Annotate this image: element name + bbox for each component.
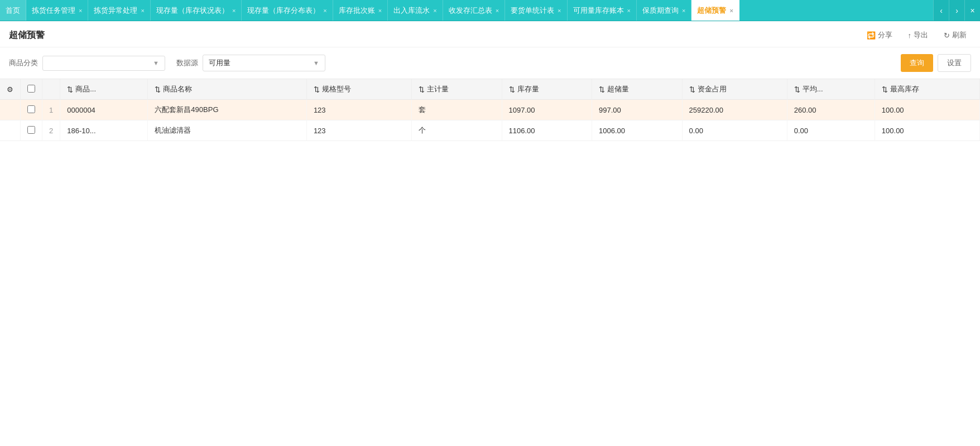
row-number: 1 [42, 100, 60, 120]
select-all-checkbox[interactable] [27, 85, 35, 93]
row-num-col-header [42, 79, 60, 100]
table-body: 1 0000004 六配套新昌490BPG 123 套 1097.00 997.… [0, 100, 980, 141]
nav-close-icon[interactable]: × [433, 7, 436, 14]
row-checkbox[interactable] [27, 126, 35, 134]
product-name-col-header[interactable]: ⇅ 商品名称 [148, 79, 307, 100]
avg-col-header[interactable]: ⇅ 平均... [787, 79, 875, 100]
capital-col-header[interactable]: ⇅ 资金占用 [682, 79, 787, 100]
product-code-cell: 186-10... [60, 120, 148, 141]
setting-button[interactable]: 设置 [938, 54, 971, 72]
page-title: 超储预警 [9, 30, 45, 41]
data-source-filter: 数据源 可用量 ▼ [176, 55, 325, 71]
sort-icon-product-code: ⇅ [67, 85, 73, 94]
product-category-filter: 商品分类 ▼ [9, 56, 165, 71]
export-button[interactable]: ↑ 导出 [904, 28, 933, 42]
nav-item-------[interactable]: 拣货异常处理× [88, 0, 150, 21]
data-table: ⚙ ⇅ 商品... ⇅ [0, 79, 980, 141]
nav-item------[interactable]: 保质期查询× [637, 0, 691, 21]
nav-close-icon[interactable]: × [627, 7, 631, 14]
nav-close-icon[interactable]: × [729, 7, 733, 14]
nav-item--------[interactable]: 可用量库存账本× [568, 0, 637, 21]
filter-actions: 查询 设置 [901, 54, 971, 72]
unit-cell: 个 [412, 120, 502, 141]
share-icon: 🔁 [867, 31, 876, 40]
nav-arrow-left[interactable]: ‹ [933, 0, 949, 21]
sort-icon-max-stock: ⇅ [882, 85, 888, 94]
data-source-label: 数据源 [176, 58, 198, 68]
settings-icon: ⚙ [7, 85, 13, 94]
over-stock-col-header[interactable]: ⇅ 超储量 [592, 79, 683, 100]
max-stock-cell: 100.00 [875, 100, 979, 120]
nav-item-----[interactable]: 超储预警× [691, 0, 739, 21]
row-checkbox[interactable] [27, 105, 35, 113]
table-header: ⚙ ⇅ 商品... ⇅ [0, 79, 980, 100]
nav-item------[interactable]: 库存批次账× [333, 0, 388, 21]
nav-close-icon[interactable]: × [558, 7, 561, 14]
stock-col-header[interactable]: ⇅ 库存量 [502, 79, 592, 100]
table-container: ⚙ ⇅ 商品... ⇅ [0, 79, 980, 141]
nav-item-----------[interactable]: 现存量（库存状况表）× [151, 0, 242, 21]
nav-item-------[interactable]: 要货单统计表× [505, 0, 567, 21]
stock-cell: 1097.00 [502, 100, 592, 120]
spec-col-header[interactable]: ⇅ 规格型号 [306, 79, 411, 100]
nav-arrow-right[interactable]: › [949, 0, 964, 21]
chevron-down-icon: ▼ [153, 60, 159, 66]
data-source-select[interactable]: 可用量 ▼ [203, 55, 325, 71]
avg-cell: 0.00 [787, 120, 875, 141]
data-source-value: 可用量 [209, 58, 230, 68]
chevron-down-icon2: ▼ [313, 60, 319, 66]
product-code-cell: 0000004 [60, 100, 148, 120]
nav-close-icon[interactable]: × [79, 7, 82, 14]
unit-col-header[interactable]: ⇅ 主计量 [412, 79, 502, 100]
over-stock-cell: 1006.00 [592, 120, 683, 141]
spec-cell: 123 [306, 100, 411, 120]
nav-close-icon[interactable]: × [141, 7, 144, 14]
refresh-icon: ↻ [944, 31, 950, 40]
nav-item---[interactable]: 首页 [0, 0, 26, 21]
product-code-col-header[interactable]: ⇅ 商品... [60, 79, 148, 100]
export-icon: ↑ [908, 31, 912, 40]
sort-icon-stock: ⇅ [509, 85, 515, 94]
settings-col-header[interactable]: ⚙ [0, 79, 21, 100]
share-button[interactable]: 🔁 分享 [862, 28, 897, 42]
table-row: 1 0000004 六配套新昌490BPG 123 套 1097.00 997.… [0, 100, 980, 120]
row-number: 2 [42, 120, 60, 141]
top-navigation: 首页拣货任务管理×拣货异常处理×现存量（库存状况表）×现存量（库存分布表）×库存… [0, 0, 980, 21]
sort-icon-product-name: ⇅ [155, 85, 161, 94]
nav-close-icon[interactable]: × [378, 7, 382, 14]
nav-item------[interactable]: 出入库流水× [388, 0, 443, 21]
table-row: 2 186-10... 机油滤清器 123 个 1106.00 1006.00 … [0, 120, 980, 141]
product-name-cell: 六配套新昌490BPG [148, 100, 307, 120]
capital-cell: 259220.00 [682, 100, 787, 120]
checkbox-col-header[interactable] [21, 79, 42, 100]
nav-close-icon[interactable]: × [232, 7, 236, 14]
nav-item-------[interactable]: 收发存汇总表× [443, 0, 505, 21]
nav-close-icon[interactable]: × [323, 7, 326, 14]
product-category-select[interactable]: ▼ [42, 56, 165, 71]
row-checkbox-cell[interactable] [21, 120, 42, 141]
product-category-value [49, 59, 51, 67]
query-button[interactable]: 查询 [901, 54, 933, 72]
nav-item-----------[interactable]: 现存量（库存分布表）× [242, 0, 333, 21]
product-category-label: 商品分类 [9, 58, 38, 68]
avg-cell: 260.00 [787, 100, 875, 120]
sort-icon-over-stock: ⇅ [599, 85, 605, 94]
main-content: 超储预警 🔁 分享 ↑ 导出 ↻ 刷新 商品分类 ▼ 数据源 [0, 21, 980, 446]
sort-icon-capital: ⇅ [689, 85, 695, 94]
nav-item-------[interactable]: 拣货任务管理× [26, 0, 88, 21]
product-name-cell: 机油滤清器 [148, 120, 307, 141]
nav-close-icon[interactable]: × [682, 7, 685, 14]
row-settings-cell [0, 120, 21, 141]
max-stock-cell: 100.00 [875, 120, 979, 141]
nav-close-icon[interactable]: × [496, 7, 499, 14]
sort-icon-spec: ⇅ [314, 85, 320, 94]
nav-arrow-close[interactable]: × [964, 0, 980, 21]
spec-cell: 123 [306, 120, 411, 141]
max-stock-col-header[interactable]: ⇅ 最高库存 [875, 79, 979, 100]
nav-arrows: ‹ › × [933, 0, 980, 21]
refresh-button[interactable]: ↻ 刷新 [939, 28, 971, 42]
sort-icon-avg: ⇅ [794, 85, 800, 94]
row-checkbox-cell[interactable] [21, 100, 42, 120]
capital-cell: 0.00 [682, 120, 787, 141]
stock-cell: 1106.00 [502, 120, 592, 141]
